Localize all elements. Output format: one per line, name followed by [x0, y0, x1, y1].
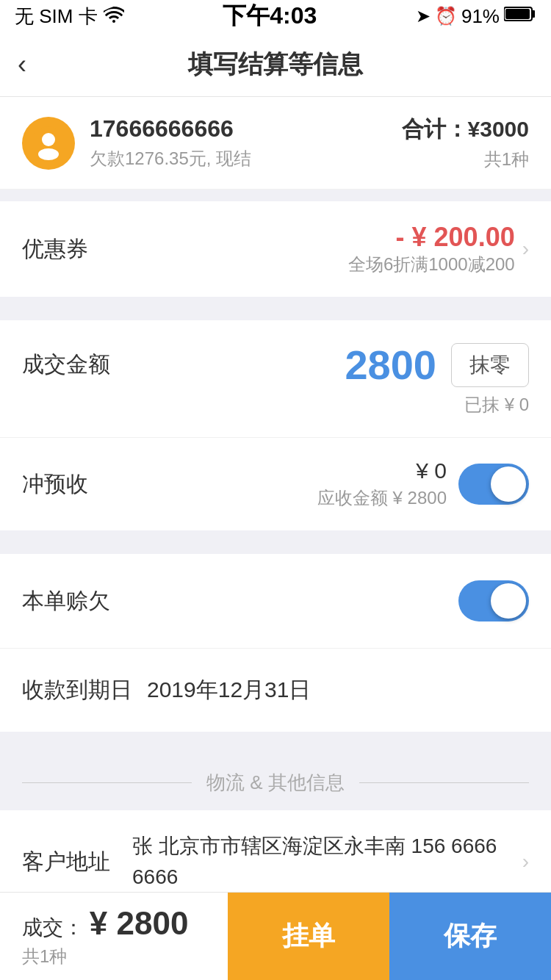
coupon-right: - ¥ 200.00 全场6折满1000减200 › [348, 222, 529, 276]
content-area: 17666666666 欠款1276.35元, 现结 合计：¥3000 共1种 … [0, 97, 551, 980]
bottom-count: 共1种 [22, 945, 206, 968]
alarm-icon: ⏰ [435, 6, 457, 26]
due-date-value: 2019年12月31日 [147, 675, 311, 705]
round-button[interactable]: 抹零 [451, 343, 529, 387]
address-label: 客户地址 [22, 847, 118, 877]
debt-label: 本单赊欠 [22, 586, 110, 616]
total-count: 共1种 [402, 148, 529, 171]
deposit-receivable: 应收金额 ¥ 2800 [317, 486, 447, 510]
address-chevron-icon: › [522, 850, 529, 873]
deposit-amount: ¥ 0 [317, 458, 447, 483]
amount-sub: 已抹 ¥ 0 [22, 393, 529, 417]
coupon-desc: 全场6折满1000减200 [348, 253, 515, 276]
status-time: 下午4:03 [223, 0, 317, 32]
deal-amount-label: 成交金额 [22, 350, 110, 380]
hang-button[interactable]: 挂单 [228, 893, 389, 981]
deal-amount-value: 2800 [345, 341, 436, 389]
svg-point-4 [42, 133, 55, 146]
customer-section: 17666666666 欠款1276.35元, 现结 合计：¥3000 共1种 [0, 97, 551, 190]
wifi-icon [104, 5, 124, 28]
bottom-deal-amount: ¥ 2800 [90, 905, 189, 941]
avatar [22, 117, 75, 170]
total-amount: 合计：¥3000 [402, 115, 529, 145]
no-sim-text: 无 SIM 卡 [15, 4, 98, 29]
page-title: 填写结算等信息 [188, 48, 363, 82]
logistics-separator: 物流 & 其他信息 [0, 755, 551, 810]
status-left: 无 SIM 卡 [15, 4, 124, 29]
toggle-thumb [491, 466, 526, 502]
gray-separator-2 [0, 530, 551, 542]
debt-toggle[interactable] [458, 580, 529, 621]
svg-rect-1 [532, 10, 535, 18]
location-icon: ➤ [416, 6, 431, 26]
bottom-deal-label: 成交： [22, 916, 84, 939]
status-bar: 无 SIM 卡 下午4:03 ➤ ⏰ 91% [0, 0, 551, 32]
bottom-left: 成交： ¥ 2800 共1种 [0, 905, 228, 968]
logistics-label: 物流 & 其他信息 [206, 770, 345, 796]
debt-row: 本单赊欠 [0, 554, 551, 648]
gray-separator-3 [0, 732, 551, 743]
coupon-amount: - ¥ 200.00 [348, 222, 515, 253]
address-value: 张 北京市市辖区海淀区永丰南 156 6666 6666 [132, 831, 522, 893]
deposit-right: ¥ 0 应收金额 ¥ 2800 [317, 458, 529, 510]
coupon-label: 优惠券 [22, 234, 88, 264]
deposit-values: ¥ 0 应收金额 ¥ 2800 [317, 458, 447, 510]
coupon-row[interactable]: 优惠券 - ¥ 200.00 全场6折满1000减200 › [0, 201, 551, 297]
bottom-bar: 成交： ¥ 2800 共1种 挂单 保存 [0, 892, 551, 980]
amount-section: 成交金额 2800 抹零 已抹 ¥ 0 [0, 320, 551, 437]
deposit-toggle[interactable] [458, 464, 529, 505]
bottom-deal-row: 成交： ¥ 2800 [22, 905, 206, 942]
debt-toggle-thumb [491, 583, 526, 619]
battery-icon [504, 6, 536, 26]
customer-phone: 17666666666 [90, 115, 251, 143]
customer-row: 17666666666 欠款1276.35元, 现结 合计：¥3000 共1种 [0, 97, 551, 190]
customer-info: 17666666666 欠款1276.35元, 现结 [90, 115, 251, 170]
svg-rect-2 [505, 9, 530, 19]
customer-right: 合计：¥3000 共1种 [402, 115, 529, 171]
logistics-line-left [22, 782, 192, 783]
customer-debt: 欠款1276.35元, 现结 [90, 147, 251, 170]
gray-separator-1 [0, 309, 551, 320]
chevron-right-icon: › [522, 237, 529, 261]
logistics-line-right [359, 782, 529, 783]
deposit-label: 冲预收 [22, 469, 88, 500]
battery-text: 91% [461, 5, 500, 28]
coupon-text-block: - ¥ 200.00 全场6折满1000减200 [348, 222, 515, 276]
due-date-label: 收款到期日 [22, 675, 132, 705]
customer-left: 17666666666 欠款1276.35元, 现结 [22, 115, 251, 170]
svg-point-5 [38, 148, 59, 160]
nav-bar: ‹ 填写结算等信息 [0, 32, 551, 97]
date-row: 收款到期日 2019年12月31日 [0, 648, 551, 732]
status-right: ➤ ⏰ 91% [416, 5, 536, 28]
back-button[interactable]: ‹ [18, 49, 26, 80]
amount-right: 2800 抹零 [345, 341, 529, 389]
save-button[interactable]: 保存 [389, 893, 551, 981]
amount-row: 成交金额 2800 抹零 [22, 341, 529, 389]
deposit-row: 冲预收 ¥ 0 应收金额 ¥ 2800 [0, 437, 551, 530]
